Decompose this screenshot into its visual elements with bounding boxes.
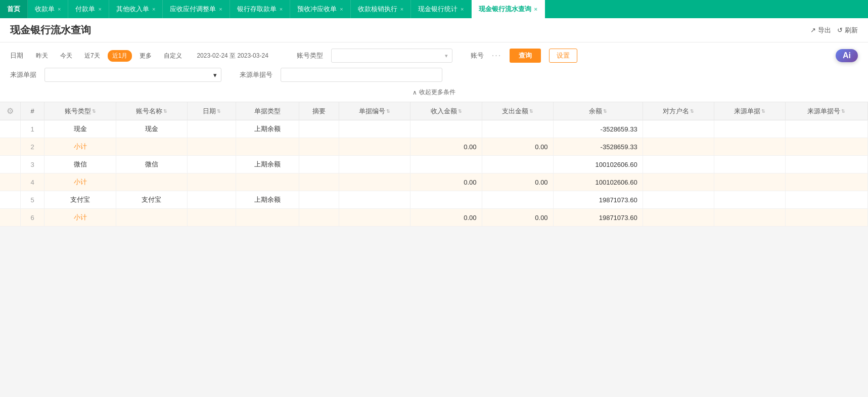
table-cell: 19871073.60 (553, 191, 643, 209)
table-cell (643, 138, 714, 156)
nav-bank-deposit-close[interactable]: × (280, 6, 283, 12)
nav-bank-deposit[interactable]: 银行存取款单 × (230, 0, 290, 18)
export-button[interactable]: ↗ 导出 (810, 26, 831, 35)
col-income[interactable]: 收入金额⇅ (410, 102, 482, 120)
source-doc-label: 来源单据 (10, 70, 36, 79)
query-button[interactable]: 查询 (510, 49, 541, 63)
table-cell (299, 138, 339, 156)
date-7days[interactable]: 近7天 (80, 50, 105, 62)
filter-area: 日期 昨天 今天 近7天 近1月 更多 自定义 2023-02-24 至 202… (0, 42, 868, 102)
table-cell: 0.00 (482, 209, 553, 227)
table-cell: 小计 (44, 209, 116, 227)
nav-payment-close[interactable]: × (98, 6, 101, 12)
table-row: 5支付宝支付宝上期余额19871073.60 (0, 191, 868, 209)
nav-advance-offset[interactable]: 预收冲应收单 × (290, 0, 350, 18)
nav-receipt[interactable]: 收款单 × (28, 0, 68, 18)
table-cell (714, 209, 785, 227)
table-cell (714, 173, 785, 191)
col-date[interactable]: 日期⇅ (187, 102, 236, 120)
date-more[interactable]: 更多 (135, 50, 156, 62)
table-cell (339, 138, 410, 156)
collapse-bar[interactable]: ∧ 收起更多条件 (10, 86, 858, 98)
table-cell: 0.00 (410, 209, 482, 227)
table-cell: 小计 (44, 173, 116, 191)
settings-button[interactable]: 设置 (549, 49, 577, 63)
nav-ar-ap-adjust-label: 应收应付调整单 (170, 5, 216, 14)
nav-collect-verify[interactable]: 收款核销执行 × (351, 0, 411, 18)
table-cell: 0.00 (482, 138, 553, 156)
nav-advance-offset-close[interactable]: × (340, 6, 343, 12)
date-custom[interactable]: 自定义 (159, 50, 187, 62)
table-cell (643, 120, 714, 138)
account-more-icon[interactable]: ··· (492, 51, 501, 60)
nav-cash-bank-stat-label: 现金银行统计 (418, 5, 458, 14)
nav-receipt-close[interactable]: × (58, 6, 61, 12)
source-doc-select[interactable]: ▾ (44, 68, 221, 82)
date-yesterday[interactable]: 昨天 (31, 50, 53, 62)
nav-bank-deposit-label: 银行存取款单 (237, 5, 277, 14)
table-cell: 5 (20, 191, 44, 209)
nav-cash-bank-flow-close[interactable]: × (534, 6, 537, 12)
col-source-doc-no[interactable]: 来源单据号⇅ (785, 102, 867, 120)
table-cell (785, 209, 867, 227)
nav-other-income[interactable]: 其他收入单 × (109, 0, 163, 18)
col-account-type[interactable]: 账号类型⇅ (44, 102, 116, 120)
col-expense[interactable]: 支出金额⇅ (482, 102, 553, 120)
table-row: 1现金现金上期余额-3528659.33 (0, 120, 868, 138)
table-cell: 微信 (116, 156, 187, 173)
table-cell (785, 120, 867, 138)
nav-cash-bank-stat-close[interactable]: × (461, 6, 464, 12)
nav-cash-bank-flow[interactable]: 现金银行流水查询 × (472, 0, 545, 18)
col-num: # (20, 102, 44, 120)
table-cell (785, 138, 867, 156)
table-cell (785, 191, 867, 209)
nav-home-label: 首页 (7, 5, 20, 14)
table-cell: 100102606.60 (553, 156, 643, 173)
col-summary: 摘要 (299, 102, 339, 120)
col-balance[interactable]: 余额⇅ (553, 102, 643, 120)
table-cell (236, 138, 299, 156)
refresh-button[interactable]: ↺ 刷新 (837, 26, 858, 35)
nav-other-income-close[interactable]: × (152, 6, 155, 12)
col-source-doc[interactable]: 来源单据⇅ (714, 102, 785, 120)
nav-home[interactable]: 首页 (0, 0, 28, 18)
account-type-label: 账号类型 (297, 51, 323, 60)
nav-payment[interactable]: 付款单 × (68, 0, 109, 18)
date-today[interactable]: 今天 (56, 50, 77, 62)
table-cell: 现金 (44, 120, 116, 138)
ai-badge[interactable]: Ai (836, 49, 858, 62)
col-doc-no[interactable]: 单据编号⇅ (339, 102, 410, 120)
collapse-label: 收起更多条件 (419, 88, 455, 97)
table-cell (714, 120, 785, 138)
source-doc-num-input[interactable] (281, 68, 442, 82)
nav-ar-ap-adjust-close[interactable]: × (219, 6, 222, 12)
table-cell (643, 173, 714, 191)
table-cell (116, 173, 187, 191)
filter-row-2: 来源单据 ▾ 来源单据号 (10, 68, 858, 82)
table-cell (410, 120, 482, 138)
table-cell (187, 120, 236, 138)
table-cell (299, 191, 339, 209)
col-account-name[interactable]: 账号名称⇅ (116, 102, 187, 120)
table-cell (714, 156, 785, 173)
nav-receipt-label: 收款单 (35, 5, 55, 14)
col-counterparty[interactable]: 对方户名⇅ (643, 102, 714, 120)
refresh-label: 刷新 (845, 26, 858, 35)
nav-cash-bank-flow-label: 现金银行流水查询 (479, 5, 531, 14)
date-1month[interactable]: 近1月 (108, 50, 132, 62)
table-cell: -3528659.33 (553, 138, 643, 156)
table-cell (0, 138, 20, 156)
table-cell: 19871073.60 (553, 209, 643, 227)
table-cell (339, 120, 410, 138)
account-type-select[interactable]: ▾ (331, 49, 452, 63)
table-settings-icon[interactable]: ⚙ (7, 107, 14, 115)
table-cell: 0.00 (482, 173, 553, 191)
account-label: 账号 (471, 51, 484, 60)
table-cell: 100102606.60 (553, 173, 643, 191)
nav-ar-ap-adjust[interactable]: 应收应付调整单 × (163, 0, 230, 18)
col-settings[interactable]: ⚙ (0, 102, 20, 120)
nav-cash-bank-stat[interactable]: 现金银行统计 × (411, 0, 471, 18)
nav-collect-verify-close[interactable]: × (400, 6, 403, 12)
table-cell (482, 120, 553, 138)
nav-advance-offset-label: 预收冲应收单 (297, 5, 337, 14)
